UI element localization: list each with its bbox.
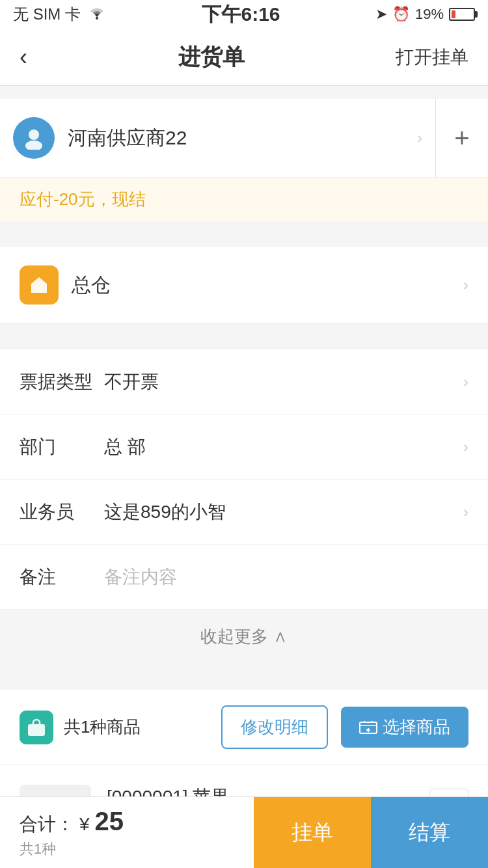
invoice-chevron-icon: › (463, 373, 468, 391)
warehouse-name: 总仓 (72, 272, 463, 299)
gap-3 (0, 323, 488, 336)
product-header-icon (20, 711, 53, 744)
wifi-icon (87, 5, 107, 23)
warehouse-selector[interactable]: 总仓 › (0, 247, 488, 323)
remark-placeholder: 备注内容 (104, 565, 468, 590)
checkout-label: 结算 (409, 819, 450, 847)
hang-label: 挂单 (291, 819, 333, 847)
supplier-section: 河南供应商22 › + (0, 99, 488, 178)
gap-4 (0, 664, 488, 677)
add-supplier-button[interactable]: + (436, 99, 488, 177)
salesman-row[interactable]: 业务员 这是859的小智 › (0, 480, 488, 545)
total-label: 合计： (20, 812, 74, 837)
status-bar: 无 SIM 卡 下午6:16 ➤ ⏰ 19% (0, 0, 488, 29)
salesman-value: 这是859的小智 (104, 500, 463, 524)
invoice-type-row[interactable]: 票据类型 不开票 › (0, 349, 488, 414)
select-product-button[interactable]: 选择商品 (341, 707, 468, 748)
back-button[interactable]: ‹ (20, 44, 27, 71)
status-carrier: 无 SIM 卡 (13, 4, 107, 25)
battery-icon (449, 8, 475, 21)
dept-value: 总 部 (104, 435, 463, 459)
warehouse-icon (20, 265, 59, 305)
open-hang-button[interactable]: 打开挂单 (396, 45, 468, 70)
warning-text: 应付-20元，现结 (20, 189, 146, 209)
supplier-avatar (13, 117, 55, 159)
warning-banner: 应付-20元，现结 (0, 178, 488, 221)
warehouse-section: 总仓 › (0, 247, 488, 323)
svg-point-1 (29, 129, 39, 140)
salesman-label: 业务员 (20, 500, 104, 524)
form-section: 票据类型 不开票 › 部门 总 部 › 业务员 这是859的小智 › 备注 备注… (0, 349, 488, 610)
svg-point-2 (25, 141, 42, 150)
status-right: ➤ ⏰ 19% (375, 6, 475, 23)
gap-1 (0, 86, 488, 99)
remark-label: 备注 (20, 565, 104, 590)
alarm-icon: ⏰ (392, 6, 410, 23)
dept-label: 部门 (20, 435, 104, 459)
footer-total: 合计： ¥ 25 共1种 (0, 797, 254, 868)
battery-text: 19% (415, 6, 444, 23)
total-row: 合计： ¥ 25 (20, 807, 254, 837)
supplier-selector[interactable]: 河南供应商22 › (0, 99, 436, 177)
footer: 合计： ¥ 25 共1种 挂单 结算 (0, 796, 488, 868)
supplier-name: 河南供应商22 (68, 125, 417, 152)
supplier-chevron-icon: › (417, 129, 422, 147)
nav-bar: ‹ 进货单 打开挂单 (0, 29, 488, 86)
svg-point-0 (96, 17, 98, 20)
department-row[interactable]: 部门 总 部 › (0, 414, 488, 480)
location-icon: ➤ (375, 6, 387, 23)
edit-detail-button[interactable]: 修改明细 (221, 705, 328, 749)
total-symbol: ¥ (79, 814, 90, 835)
product-count: 共1种商品 (64, 716, 221, 739)
collapse-label: 收起更多 ∧ (200, 627, 287, 646)
remark-row[interactable]: 备注 备注内容 (0, 545, 488, 610)
invoice-label: 票据类型 (20, 370, 104, 394)
warehouse-chevron-icon: › (463, 276, 468, 294)
gap-2 (0, 221, 488, 234)
svg-rect-4 (28, 724, 45, 736)
svg-rect-3 (36, 286, 42, 293)
carrier-text: 无 SIM 卡 (13, 4, 81, 25)
checkout-button[interactable]: 结算 (371, 797, 488, 868)
status-time: 下午6:16 (202, 1, 280, 28)
product-header: 共1种商品 修改明细 选择商品 (0, 690, 488, 765)
collapse-bar[interactable]: 收起更多 ∧ (0, 610, 488, 664)
page-title: 进货单 (178, 42, 245, 72)
total-count: 共1种 (20, 839, 254, 859)
select-product-label: 选择商品 (383, 716, 450, 739)
total-amount: 25 (95, 807, 124, 836)
invoice-value: 不开票 (104, 370, 463, 394)
dept-chevron-icon: › (463, 438, 468, 456)
salesman-chevron-icon: › (463, 503, 468, 521)
hang-button[interactable]: 挂单 (254, 797, 371, 868)
